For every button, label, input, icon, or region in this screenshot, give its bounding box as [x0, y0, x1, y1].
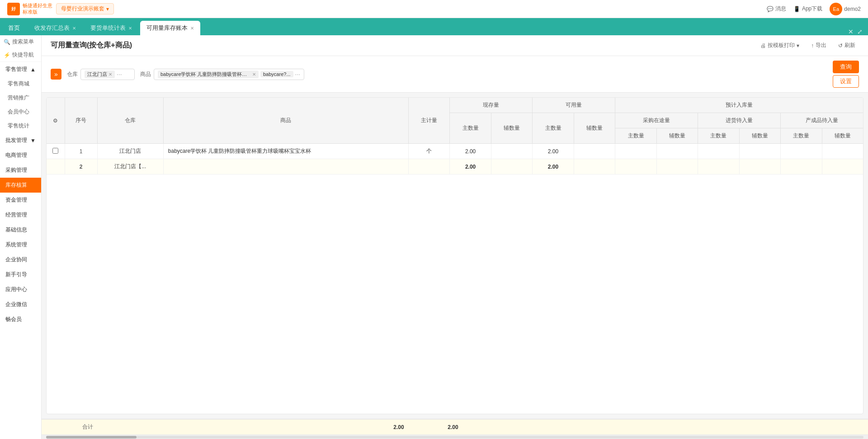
th-forecast-inbound: 预计入库量	[615, 98, 863, 113]
close-window-icon[interactable]: ✕	[848, 28, 854, 35]
close-icon[interactable]: ✕	[128, 26, 132, 31]
row2-production-sub	[822, 159, 863, 175]
th-current-stock-sub: 辅数量	[491, 113, 532, 144]
maximize-icon[interactable]: ⤢	[857, 28, 863, 35]
row2-product	[163, 159, 408, 175]
th-current-stock: 现存量	[450, 98, 533, 113]
sidebar-item-system[interactable]: 系统管理	[0, 237, 41, 252]
sidebar-quick-nav[interactable]: ⚡ 快捷导航	[0, 48, 41, 62]
print-button[interactable]: 🖨 按模板打印 ▾	[757, 40, 803, 51]
page-actions: 🖨 按模板打印 ▾ ↑ 导出 ↺ 刷新	[757, 40, 859, 51]
table-row: 1 江北门店 babycare学饮杯 儿童防摔防撞吸管杯重力球吸嘴杯宝宝水杯 个…	[47, 144, 863, 159]
search-icon: 🔍	[4, 39, 10, 45]
sidebar-item-enterprise-collab[interactable]: 企业协同	[0, 252, 41, 267]
th-no: 序号	[65, 98, 97, 144]
sidebar-item-retail-mall[interactable]: 零售商城	[0, 77, 41, 91]
warehouse-more-icon[interactable]: ···	[117, 71, 122, 78]
scrollbar-track	[46, 436, 863, 439]
th-inbound-pending: 进货待入量	[698, 113, 781, 128]
row1-checkbox[interactable]	[47, 144, 65, 159]
sidebar-item-purchase[interactable]: 采购管理	[0, 163, 41, 178]
scrollbar-area	[42, 434, 868, 439]
sidebar-item-retail-mgmt[interactable]: 零售管理 ▲	[0, 62, 41, 77]
logo-text: 畅捷通好生意 标准版	[23, 3, 52, 14]
filter-warehouse-field: 仓库 江北门店 ✕ ···	[67, 69, 135, 80]
tab-available-stock[interactable]: 可用量库存账本 ✕	[140, 21, 200, 35]
top-bar: 好 畅捷通好生意 标准版 母婴行业演示账套 ▾ 💬 消息 📱 App下载 Ea …	[0, 0, 868, 18]
row2-inbound-sub	[739, 159, 780, 175]
warehouse-tag-remove[interactable]: ✕	[108, 72, 112, 77]
tab-home[interactable]: 首页	[2, 21, 26, 35]
filter-bar: » 仓库 江北门店 ✕ ··· 商品 babycare学饮杯 儿童防摔防撞吸管杯…	[42, 56, 868, 93]
row1-stock-main: 2.00	[450, 144, 491, 159]
mobile-icon: 📱	[793, 6, 800, 12]
warehouse-tag: 江北门店 ✕	[85, 71, 115, 78]
sidebar-item-ecommerce[interactable]: 电商管理	[0, 148, 41, 163]
sidebar-item-member-center[interactable]: 会员中心	[0, 105, 41, 119]
query-button[interactable]: 查询	[833, 61, 859, 73]
sidebar-item-finance[interactable]: 资金管理	[0, 193, 41, 208]
checkbox[interactable]	[52, 148, 58, 154]
sidebar-item-new-guide[interactable]: 新手引导	[0, 267, 41, 282]
sidebar-item-app-center[interactable]: 应用中心	[0, 282, 41, 297]
user-profile[interactable]: Ea demo2	[830, 3, 861, 15]
close-icon[interactable]: ✕	[72, 26, 76, 31]
filter-toggle-button[interactable]: »	[51, 69, 61, 80]
sidebar-item-retail-stats[interactable]: 零售统计	[0, 119, 41, 133]
close-icon[interactable]: ✕	[190, 26, 194, 31]
row1-warehouse: 江北门店	[97, 144, 163, 159]
th-product: 商品	[163, 98, 408, 144]
filter-settings-button[interactable]: 设置	[833, 75, 859, 88]
row1-purchase-main	[615, 144, 656, 159]
row2-no: 2	[65, 159, 97, 175]
product-input[interactable]: babycare学饮杯 儿童防摔防撞吸管杯重力球吸嘴杯宝宝水杯 ✕ babyca…	[154, 69, 304, 80]
product-tag-2: babycare?...	[260, 71, 293, 77]
chevron-down-icon: ▾	[797, 42, 799, 49]
sidebar-item-inventory[interactable]: 库存核算	[0, 178, 41, 193]
scrollbar-thumb[interactable]	[46, 436, 137, 439]
row1-inbound-main	[698, 144, 739, 159]
avatar: Ea	[830, 3, 842, 15]
refresh-button[interactable]: ↺ 刷新	[835, 40, 859, 51]
sidebar-item-wechat[interactable]: 企业微信	[0, 297, 41, 312]
tab-receivable[interactable]: 收发存汇总表 ✕	[28, 21, 82, 35]
th-purchase-main: 主数量	[615, 128, 656, 144]
sidebar-search[interactable]: 🔍 搜索菜单	[0, 35, 41, 48]
sidebar-item-member[interactable]: 畅会员	[0, 312, 41, 327]
app-download-button[interactable]: 📱 App下载	[793, 5, 822, 13]
footer-label: 合计	[46, 423, 372, 431]
content-area: 可用量查询(按仓库+商品) 🖨 按模板打印 ▾ ↑ 导出 ↺ 刷新 »	[42, 35, 868, 439]
tab-order-stats[interactable]: 要货单统计表 ✕	[84, 21, 138, 35]
sidebar-item-basic-info[interactable]: 基础信息	[0, 222, 41, 237]
warehouse-input[interactable]: 江北门店 ✕ ···	[80, 69, 135, 80]
sidebar-item-operations[interactable]: 经营管理	[0, 208, 41, 222]
product-more-icon[interactable]: ···	[295, 71, 301, 78]
refresh-icon: ↺	[838, 42, 843, 49]
row1-stock-sub	[491, 144, 532, 159]
row2-purchase-main	[615, 159, 656, 175]
th-current-stock-main: 主数量	[450, 113, 491, 144]
page-header: 可用量查询(按仓库+商品) 🖨 按模板打印 ▾ ↑ 导出 ↺ 刷新	[42, 35, 868, 56]
message-button[interactable]: 💬 消息	[767, 5, 786, 13]
chevron-icon: ▲	[30, 66, 36, 73]
sidebar-item-wholesale-mgmt[interactable]: 批发管理 ▼	[0, 133, 41, 148]
footer-available-main: 2.00	[426, 424, 480, 430]
th-inbound-sub: 辅数量	[739, 128, 780, 144]
top-bar-left: 好 畅捷通好生意 标准版 母婴行业演示账套 ▾	[7, 3, 114, 15]
filter-product-field: 商品 babycare学饮杯 儿童防摔防撞吸管杯重力球吸嘴杯宝宝水杯 ✕ bab…	[140, 69, 304, 80]
table-row: 2 江北门店【... 2.00 2.00	[47, 159, 863, 175]
chevron-icon: ▼	[30, 137, 36, 144]
sidebar-item-marketing[interactable]: 营销推广	[0, 91, 41, 105]
industry-selector[interactable]: 母婴行业演示账套 ▾	[56, 3, 114, 14]
th-production-main: 主数量	[781, 128, 822, 144]
export-button[interactable]: ↑ 导出	[807, 40, 830, 51]
row2-stock-main: 2.00	[450, 159, 491, 175]
message-icon: 💬	[767, 6, 774, 12]
row2-checkbox[interactable]	[47, 159, 65, 175]
data-table: ⚙ 序号 仓库 商品 主计量 现存量 可用量 预计入库量 主数量 辅数量 主数量…	[47, 98, 863, 175]
export-icon: ↑	[811, 42, 814, 49]
product-tag-1-remove[interactable]: ✕	[252, 72, 256, 77]
print-icon: 🖨	[760, 42, 766, 49]
top-bar-right: 💬 消息 📱 App下载 Ea demo2	[767, 3, 861, 15]
th-settings: ⚙	[47, 98, 65, 144]
